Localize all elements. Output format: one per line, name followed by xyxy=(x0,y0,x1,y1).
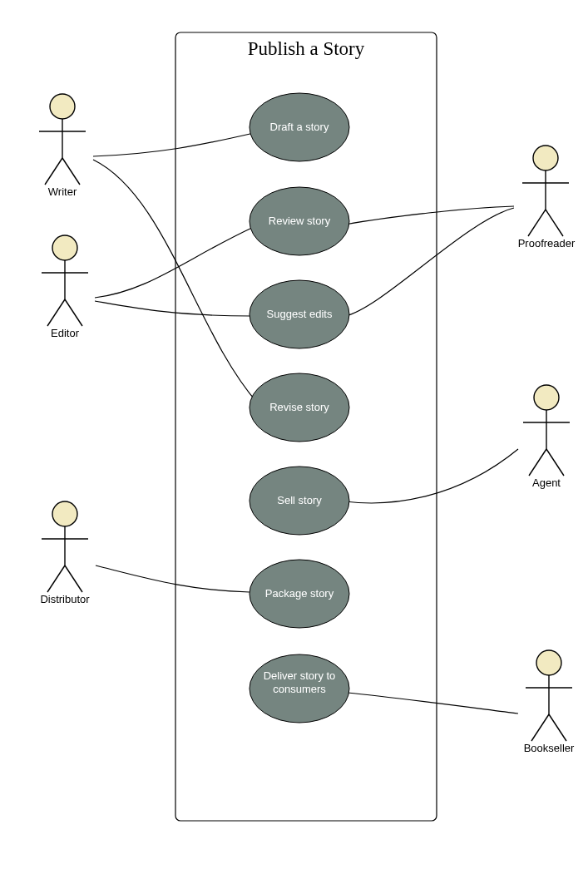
svg-point-1 xyxy=(250,187,349,255)
svg-line-10 xyxy=(45,158,62,185)
svg-point-0 xyxy=(250,93,349,161)
svg-point-22 xyxy=(533,146,558,170)
svg-point-6 xyxy=(250,654,349,723)
connector-agent-sell xyxy=(345,449,518,503)
svg-line-36 xyxy=(549,714,566,741)
diagram-svg xyxy=(0,0,588,874)
connector-editor-suggest xyxy=(95,301,251,316)
svg-line-21 xyxy=(65,565,82,592)
actor-agent-figure xyxy=(523,385,570,476)
usecase-deliver xyxy=(250,654,349,723)
usecase-package xyxy=(250,560,349,628)
svg-line-16 xyxy=(65,299,82,326)
svg-point-17 xyxy=(52,501,77,526)
svg-point-12 xyxy=(52,235,77,260)
actor-writer-label: Writer xyxy=(37,185,87,198)
svg-line-20 xyxy=(47,565,65,592)
actor-editor-figure xyxy=(42,235,88,326)
actor-proofreader-figure xyxy=(522,146,569,236)
usecase-sell xyxy=(250,467,349,535)
actor-proofreader-label: Proofreader xyxy=(509,237,584,249)
actor-bookseller-label: Bookseller xyxy=(516,742,582,754)
usecase-draft xyxy=(250,93,349,161)
actor-agent-label: Agent xyxy=(521,477,571,489)
actor-writer-figure xyxy=(39,94,86,185)
system-title: Publish a Story xyxy=(175,38,437,60)
diagram-canvas: Publish a Story Draft a story Review sto… xyxy=(0,0,588,874)
actor-editor-label: Editor xyxy=(40,327,90,339)
connector-editor-review xyxy=(95,227,254,298)
svg-line-15 xyxy=(47,299,65,326)
svg-line-30 xyxy=(529,449,546,476)
svg-line-31 xyxy=(546,449,564,476)
svg-line-25 xyxy=(528,210,546,236)
svg-point-7 xyxy=(50,94,75,119)
actor-distributor-figure xyxy=(42,501,88,592)
svg-point-27 xyxy=(534,385,559,410)
usecase-suggest xyxy=(250,280,349,348)
usecase-review xyxy=(250,187,349,255)
svg-point-5 xyxy=(250,560,349,628)
actor-bookseller-figure xyxy=(526,650,572,741)
connector-proofreader-suggest xyxy=(345,208,514,316)
actor-distributor-label: Distributor xyxy=(32,593,98,605)
svg-point-3 xyxy=(250,373,349,442)
connector-bookseller-deliver xyxy=(348,693,518,714)
svg-point-4 xyxy=(250,467,349,535)
usecase-revise xyxy=(250,373,349,442)
svg-line-35 xyxy=(531,714,549,741)
svg-point-2 xyxy=(250,280,349,348)
connector-distributor-package xyxy=(96,565,250,592)
connector-writer-draft xyxy=(93,133,254,156)
connector-proofreader-review xyxy=(345,206,514,225)
svg-line-11 xyxy=(62,158,80,185)
svg-point-32 xyxy=(536,650,561,675)
svg-line-26 xyxy=(546,210,563,236)
